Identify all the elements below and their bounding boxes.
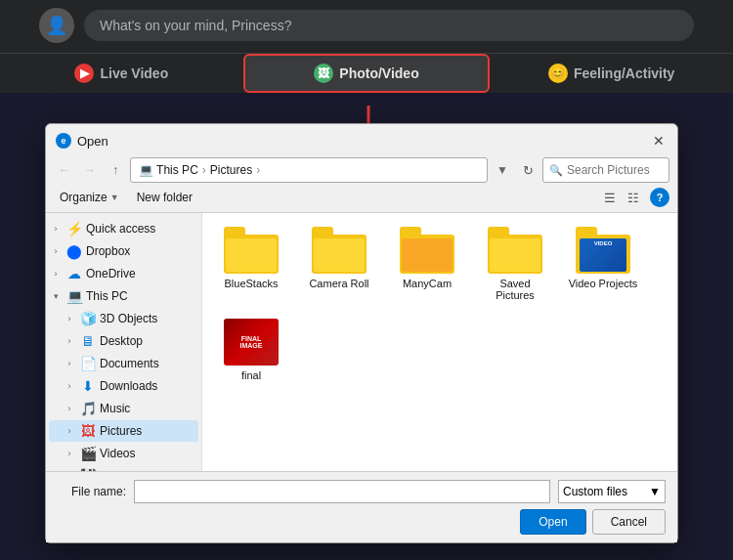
sidebar-item-downloads[interactable]: › ⬇ Downloads	[49, 375, 198, 397]
dialog-content: › ⚡ Quick access › ⬤ Dropbox › ☁ OneDriv…	[46, 212, 677, 471]
breadcrumb-pictures: Pictures	[210, 163, 252, 177]
filetype-select[interactable]: Custom files ▼	[558, 480, 666, 503]
dialog-bottom: File name: Custom files ▼ Open Cancel	[46, 471, 677, 542]
sidebar-item-pictures[interactable]: › 🖼 Pictures	[49, 420, 198, 442]
file-item-saved-pictures[interactable]: Saved Pictures	[476, 223, 554, 305]
desktop-icon: 🖥	[80, 333, 96, 349]
onedrive-label: OneDrive	[86, 267, 136, 280]
breadcrumb-sep2: ›	[256, 163, 260, 177]
documents-icon: 📄	[80, 356, 96, 371]
quick-access-expand: ›	[49, 224, 63, 234]
view-list-button[interactable]: ☰	[599, 187, 621, 208]
back-button[interactable]: ←	[54, 159, 75, 181]
filename-input[interactable]	[134, 480, 550, 503]
pictures-expand: ›	[63, 426, 76, 436]
videos-label: Videos	[100, 447, 135, 460]
feeling-label: Feeling/Activity	[574, 65, 674, 81]
up-button[interactable]: ↑	[105, 159, 126, 181]
search-box: 🔍	[542, 157, 669, 183]
downloads-icon: ⬇	[80, 378, 96, 394]
quick-access-icon: ⚡	[66, 221, 82, 237]
dialog-title-left: e Open	[56, 133, 108, 149]
quick-access-label: Quick access	[86, 222, 155, 236]
search-input[interactable]	[567, 163, 663, 177]
sidebar-item-music[interactable]: › 🎵 Music	[49, 398, 198, 419]
view-buttons: ☰ ☷	[599, 187, 644, 208]
file-area: BlueStacks Camera Roll ManyCam	[202, 213, 677, 471]
open-button[interactable]: Open	[520, 509, 585, 535]
sidebar-item-3d-objects[interactable]: › 🧊 3D Objects	[49, 308, 198, 329]
cancel-button[interactable]: Cancel	[592, 509, 666, 535]
folder-icon-saved-pictures	[488, 227, 542, 274]
avatar: 👤	[39, 8, 74, 43]
view-details-button[interactable]: ☷	[623, 187, 644, 208]
sidebar-item-dropbox[interactable]: › ⬤ Dropbox	[49, 240, 198, 262]
post-input-row: 👤 What's on your mind, Princess?	[0, 8, 733, 53]
file-item-final[interactable]: FINALIMAGE final	[212, 315, 290, 385]
music-expand: ›	[63, 404, 76, 413]
pictures-icon: 🖼	[80, 423, 96, 439]
refresh-button[interactable]: ↻	[517, 159, 539, 181]
music-label: Music	[100, 402, 130, 415]
documents-expand: ›	[63, 359, 76, 368]
file-item-bluestacks[interactable]: BlueStacks	[212, 223, 290, 305]
sidebar: › ⚡ Quick access › ⬤ Dropbox › ☁ OneDriv…	[46, 213, 202, 471]
dialog-close-button[interactable]: ✕	[648, 130, 669, 151]
file-item-camera-roll[interactable]: Camera Roll	[300, 223, 378, 305]
file-item-video-projects[interactable]: VIDEO Video Projects	[564, 223, 642, 305]
videos-expand: ›	[63, 449, 76, 458]
sidebar-item-quick-access[interactable]: › ⚡ Quick access	[49, 218, 198, 239]
file-name-bluestacks: BlueStacks	[224, 278, 278, 289]
breadcrumb-dropdown[interactable]: ▼	[492, 159, 513, 181]
sidebar-item-documents[interactable]: › 📄 Documents	[49, 353, 198, 374]
dropbox-label: Dropbox	[86, 244, 130, 258]
desktop-label: Desktop	[100, 334, 143, 348]
sidebar-item-videos[interactable]: › 🎬 Videos	[49, 443, 198, 464]
videos-icon: 🎬	[80, 446, 96, 461]
photo-icon: 🖼	[314, 64, 333, 83]
forward-button[interactable]: →	[79, 159, 101, 181]
social-bar: 👤 What's on your mind, Princess? ▶ Live …	[0, 0, 733, 93]
folder-icon-bluestacks	[224, 227, 279, 274]
dropbox-expand: ›	[49, 246, 63, 256]
filetype-label: Custom files	[563, 485, 627, 498]
dialog-titlebar: e Open ✕	[46, 124, 677, 155]
post-input[interactable]: What's on your mind, Princess?	[84, 10, 694, 41]
sidebar-item-this-pc[interactable]: ▾ 💻 This PC	[49, 285, 198, 307]
filename-row: File name: Custom files ▼	[58, 480, 666, 503]
breadcrumb[interactable]: 💻 This PC › Pictures ›	[130, 157, 488, 183]
organize-chevron: ▼	[110, 193, 119, 202]
post-actions: ▶ Live Video 🖼 Photo/Video 😊 Feeling/Act…	[0, 53, 733, 93]
folder-icon-camera-roll	[312, 227, 366, 274]
file-name-camera-roll: Camera Roll	[309, 278, 368, 289]
sidebar-item-onedrive[interactable]: › ☁ OneDrive	[49, 263, 198, 284]
dialog-buttons-row: Open Cancel	[58, 509, 666, 535]
organize-button[interactable]: Organize ▼	[54, 189, 125, 206]
dropbox-icon: ⬤	[66, 243, 82, 259]
search-icon: 🔍	[549, 164, 563, 177]
onedrive-expand: ›	[49, 269, 63, 279]
live-video-button[interactable]: ▶ Live Video	[0, 54, 243, 93]
folder-thumbnail-video-projects: VIDEO	[576, 227, 630, 274]
file-name-saved-pictures: Saved Pictures	[480, 278, 550, 301]
breadcrumb-sep1: ›	[202, 163, 206, 177]
downloads-expand: ›	[63, 381, 76, 391]
sidebar-item-desktop[interactable]: › 🖥 Desktop	[49, 330, 198, 352]
3d-objects-icon: 🧊	[80, 311, 96, 326]
live-video-label: Live Video	[100, 65, 168, 81]
open-dialog: e Open ✕ ← → ↑ 💻 This PC › Pictures › ▼ …	[45, 123, 678, 543]
feeling-icon: 😊	[548, 64, 568, 83]
new-folder-button[interactable]: New folder	[131, 189, 198, 206]
dialog-address-toolbar: ← → ↑ 💻 This PC › Pictures › ▼ ↻ 🔍	[46, 155, 677, 185]
desktop-expand: ›	[63, 336, 76, 346]
this-pc-expand: ▾	[49, 291, 63, 301]
breadcrumb-thispc: 💻 This PC	[139, 163, 198, 177]
filetype-chevron: ▼	[649, 485, 661, 498]
feeling-button[interactable]: 😊 Feeling/Activity	[490, 54, 733, 93]
help-button[interactable]: ?	[650, 188, 669, 207]
3d-objects-expand: ›	[63, 314, 76, 323]
file-name-final: final	[241, 369, 261, 381]
photo-video-button[interactable]: 🖼 Photo/Video	[243, 54, 491, 93]
file-name-manycam: ManyCam	[403, 278, 452, 289]
file-item-manycam[interactable]: ManyCam	[388, 223, 466, 305]
